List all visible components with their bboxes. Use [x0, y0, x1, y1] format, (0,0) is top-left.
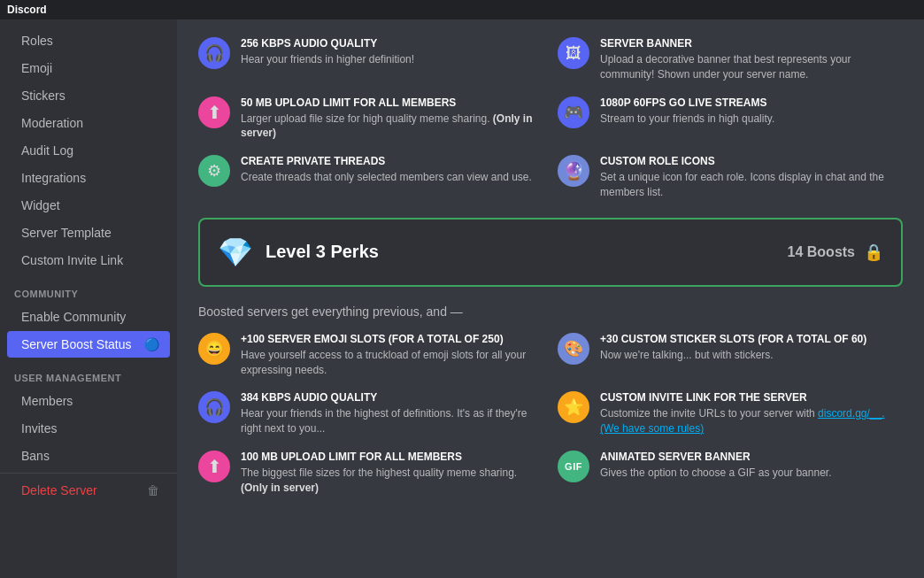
- feature-title: CUSTOM ROLE ICONS: [600, 155, 903, 167]
- sidebar-item-stickers[interactable]: Stickers: [7, 82, 170, 109]
- sidebar-item-custom-invite-link[interactable]: Custom Invite Link: [7, 247, 170, 274]
- level-3-perks-box: 💎 Level 3 Perks 14 Boosts 🔒: [198, 218, 903, 287]
- feature-title: 1080P 60FPS GO LIVE STREAMS: [600, 96, 774, 109]
- feature-emoji-slots: 😄 +100 SERVER EMOJI SLOTS (FOR A TOTAL O…: [198, 333, 543, 378]
- feature-upload-limit: ⬆ 50 MB UPLOAD LIMIT FOR ALL MEMBERS Lar…: [198, 96, 543, 142]
- sidebar-item-label: Invites: [21, 421, 57, 435]
- feature-desc: Create threads that only selected member…: [241, 170, 532, 185]
- sidebar-divider: [0, 473, 177, 474]
- sidebar-item-label: Moderation: [21, 116, 83, 130]
- sidebar-item-audit-log[interactable]: Audit Log: [7, 137, 170, 164]
- headphone-icon: 🎧: [198, 37, 230, 69]
- gem-icon: 💎: [218, 235, 253, 269]
- feature-title: 50 MB UPLOAD LIMIT FOR ALL MEMBERS: [241, 96, 543, 109]
- boosts-count: 14 Boosts: [788, 244, 855, 260]
- gif-icon: GIF: [558, 451, 589, 482]
- sidebar-item-members[interactable]: Members: [7, 388, 170, 414]
- community-category-label: COMMUNITY: [0, 274, 177, 303]
- sidebar-item-label: Stickers: [21, 89, 65, 103]
- sidebar-item-emoji[interactable]: Emoji: [7, 55, 170, 81]
- sidebar: Roles Emoji Stickers Moderation Audit Lo…: [0, 19, 177, 578]
- sticker-icon: 🎨: [558, 333, 589, 365]
- boost-icon: 🔵: [144, 337, 159, 351]
- feature-desc: The biggest file sizes for the highest q…: [241, 466, 543, 496]
- emoji-icon: 😄: [198, 333, 230, 365]
- feature-title: +30 CUSTOM STICKER SLOTS (FOR A TOTAL OF…: [600, 333, 866, 345]
- sidebar-item-label: Server Boost Status: [21, 337, 132, 351]
- feature-title: SERVER BANNER: [600, 37, 903, 50]
- headphone-icon-2: 🎧: [198, 391, 230, 423]
- feature-desc: Hear your friends in higher definition!: [241, 52, 414, 67]
- feature-go-live: 🎮 1080P 60FPS GO LIVE STREAMS Stream to …: [558, 96, 903, 142]
- discord-invite-link[interactable]: discord.gg/__.: [818, 407, 884, 420]
- sidebar-item-moderation[interactable]: Moderation: [7, 110, 170, 136]
- sidebar-item-invites[interactable]: Invites: [7, 415, 170, 442]
- trash-icon: 🗑: [147, 483, 159, 497]
- level-left: 💎 Level 3 Perks: [218, 235, 379, 269]
- sidebar-item-widget[interactable]: Widget: [7, 192, 170, 219]
- feature-title: CREATE PRIVATE THREADS: [241, 155, 532, 167]
- sidebar-item-label: Server Template: [21, 226, 112, 240]
- feature-desc: Set a unique icon for each role. Icons d…: [600, 170, 903, 200]
- star-icon: ⭐: [558, 391, 589, 423]
- feature-title: +100 SERVER EMOJI SLOTS (FOR A TOTAL OF …: [241, 333, 543, 345]
- feature-animated-banner: GIF ANIMATED SERVER BANNER Gives the opt…: [558, 451, 903, 496]
- sidebar-item-label: Roles: [21, 34, 53, 48]
- bottom-features-grid: 😄 +100 SERVER EMOJI SLOTS (FOR A TOTAL O…: [198, 333, 903, 496]
- sidebar-item-bans[interactable]: Bans: [7, 443, 170, 469]
- sidebar-item-enable-community[interactable]: Enable Community: [7, 304, 170, 330]
- feature-desc: Now we're talking... but with stickers.: [600, 348, 866, 363]
- feature-desc: Customize the invite URLs to your server…: [600, 406, 903, 436]
- feature-title: ANIMATED SERVER BANNER: [600, 451, 832, 463]
- level-title: Level 3 Perks: [266, 242, 379, 262]
- feature-audio-quality-2: 🎧 384 KBPS AUDIO QUALITY Hear your frien…: [198, 391, 543, 436]
- sidebar-item-label: Custom Invite Link: [21, 253, 123, 267]
- stream-icon: 🎮: [558, 96, 589, 128]
- feature-audio-quality: 🎧 256 KBPS AUDIO QUALITY Hear your frien…: [198, 37, 543, 82]
- sidebar-item-label: Bans: [21, 449, 50, 463]
- upload-icon-2: ⬆: [198, 451, 230, 482]
- feature-private-threads: ⚙ CREATE PRIVATE THREADS Create threads …: [198, 155, 543, 200]
- sidebar-item-label: Emoji: [21, 61, 52, 75]
- feature-title: 100 MB UPLOAD LIMIT FOR ALL MEMBERS: [241, 451, 543, 463]
- feature-desc: Hear your friends in the highest of defi…: [241, 406, 543, 436]
- feature-server-banner: 🖼 SERVER BANNER Upload a decorative bann…: [558, 37, 903, 82]
- sidebar-item-label: Integrations: [21, 171, 86, 185]
- feature-desc: Upload a decorative banner that best rep…: [600, 52, 903, 82]
- feature-desc: Stream to your friends in high quality.: [600, 112, 774, 127]
- user-management-category-label: USER MANAGEMENT: [0, 358, 177, 387]
- feature-title: 256 KBPS AUDIO QUALITY: [241, 37, 414, 50]
- feature-upload-limit-2: ⬆ 100 MB UPLOAD LIMIT FOR ALL MEMBERS Th…: [198, 451, 543, 496]
- feature-desc: Gives the option to choose a GIF as your…: [600, 466, 832, 481]
- app-title: Discord: [7, 4, 47, 16]
- threads-icon: ⚙: [198, 155, 230, 187]
- sidebar-item-integrations[interactable]: Integrations: [7, 165, 170, 191]
- level-right: 14 Boosts 🔒: [788, 243, 883, 262]
- feature-desc: Larger upload file size for high quality…: [241, 112, 543, 142]
- role-icon: 🔮: [558, 155, 589, 187]
- main-content: 🎧 256 KBPS AUDIO QUALITY Hear your frien…: [177, 19, 924, 578]
- upload-icon: ⬆: [198, 96, 230, 128]
- feature-title: 384 KBPS AUDIO QUALITY: [241, 391, 543, 404]
- feature-title: CUSTOM INVITE LINK FOR THE SERVER: [600, 391, 903, 404]
- sidebar-item-label: Widget: [21, 198, 60, 212]
- banner-icon: 🖼: [558, 37, 589, 69]
- lock-icon: 🔒: [864, 243, 883, 262]
- sidebar-item-delete-server[interactable]: Delete Server 🗑: [7, 477, 170, 504]
- sidebar-item-label: Enable Community: [21, 310, 126, 324]
- sidebar-item-roles[interactable]: Roles: [7, 27, 170, 54]
- sidebar-item-server-boost-status[interactable]: Server Boost Status 🔵: [7, 331, 170, 358]
- sidebar-item-label: Audit Log: [21, 143, 73, 158]
- sidebar-item-label: Delete Server: [21, 483, 97, 497]
- sidebar-item-label: Members: [21, 394, 73, 408]
- sidebar-item-server-template[interactable]: Server Template: [7, 220, 170, 246]
- feature-desc: Have yourself access to a truckload of e…: [241, 348, 543, 378]
- top-features-grid: 🎧 256 KBPS AUDIO QUALITY Hear your frien…: [198, 37, 903, 200]
- feature-sticker-slots: 🎨 +30 CUSTOM STICKER SLOTS (FOR A TOTAL …: [558, 333, 903, 378]
- boosted-description: Boosted servers get everything previous,…: [198, 304, 903, 319]
- feature-role-icons: 🔮 CUSTOM ROLE ICONS Set a unique icon fo…: [558, 155, 903, 200]
- feature-custom-invite: ⭐ CUSTOM INVITE LINK FOR THE SERVER Cust…: [558, 391, 903, 436]
